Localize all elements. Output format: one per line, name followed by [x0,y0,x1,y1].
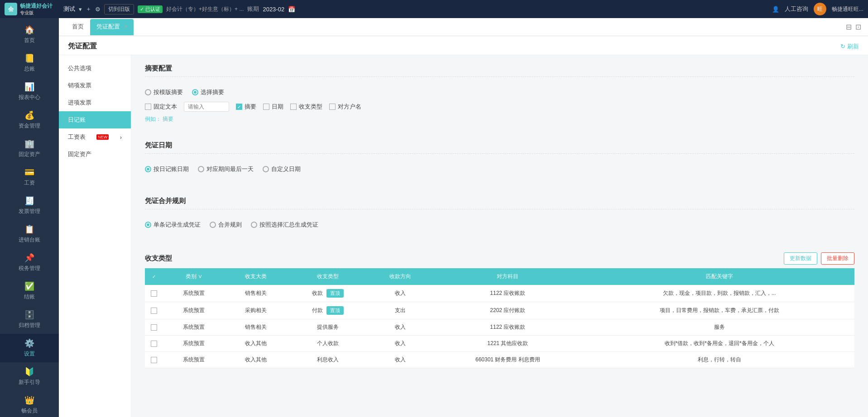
left-nav-sales-invoice[interactable]: 销项发票 [59,77,131,94]
sidebar-label-archive: 归档管理 [19,322,40,329]
sidebar-item-settlement[interactable]: ✅ 结账 [0,277,59,305]
sidebar-item-member[interactable]: 👑 畅会员 [0,391,59,417]
radio-single-record[interactable]: 单条记录生成凭证 [145,221,201,229]
radio-last-day[interactable]: 对应期间最后一天 [198,165,254,173]
th-type: 收支类型 [287,268,369,285]
select-all-checkbox[interactable]: ✓ [151,274,157,280]
batch-delete-button[interactable]: 批量删除 [821,252,854,265]
row1-checkbox[interactable] [151,290,157,297]
minimize-button[interactable]: ⊟ [846,23,852,31]
left-nav-fixed-assets[interactable]: 固定资产 [59,146,131,163]
row3-direction: 收入 [369,319,431,336]
sidebar-item-home[interactable]: 🏠 首页 [0,20,59,49]
row1-account: 1122 应收账款 [431,285,584,302]
checkbox-counterparty[interactable]: 对方户名 [329,103,361,111]
checkbox-date[interactable]: 日期 [263,103,283,111]
radio-circle-total [251,222,257,228]
sidebar-item-reports[interactable]: 📊 报表中心 [0,77,59,106]
switch-version-button[interactable]: 切到旧版 [104,4,134,14]
sidebar-item-guide[interactable]: 🔰 新手引导 [0,362,59,391]
checkbox-type[interactable]: 收支类型 [290,103,322,111]
left-nav-journal[interactable]: 日记账 [59,111,131,128]
sidebar-item-funds[interactable]: 💰 资金管理 [0,106,59,134]
dropdown-icon[interactable]: ▾ [79,6,82,13]
company-name: 测试 [63,5,75,13]
help-text[interactable]: 人工咨询 [785,5,808,13]
row4-checkbox[interactable] [151,341,157,347]
tab-close-icon[interactable]: × [124,23,128,30]
page-header: 凭证配置 ↻ 刷新 [59,36,868,55]
table-row: 系统预置 销售相关 提供服务 收入 1122 应收账款 服务 [145,319,854,336]
fixed-assets-icon: 🏢 [24,139,34,149]
sidebar-item-settings[interactable]: ⚙️ 设置 [0,334,59,362]
sidebar-item-ledger[interactable]: 📒 总账 [0,49,59,77]
row3-check[interactable] [145,319,163,336]
maximize-button[interactable]: ⊡ [855,23,861,31]
row5-type: 利息收入 [287,352,369,368]
radio-custom-date[interactable]: 自定义日期 [263,165,301,173]
row3-category: 系统预置 [163,319,225,336]
row5-account: 660301 财务费用 利息费用 [431,352,584,368]
left-nav-payroll[interactable]: 工资表 NEW › [59,128,131,146]
date-section: 凭证日期 按日记账日期 对应期间最后一天 [145,141,854,183]
checkbox-box-fixed [145,104,151,110]
th-checkbox[interactable]: ✓ [145,268,163,285]
left-nav-public[interactable]: 公共选项 [59,60,131,77]
radio-journal-date[interactable]: 按日记账日期 [145,165,189,173]
sidebar-item-tax[interactable]: 📌 税务管理 [0,248,59,277]
fixed-text-input[interactable] [184,102,229,112]
sidebar-label-purchase-sales: 进销台账 [19,236,40,244]
row1-check[interactable] [145,285,163,302]
radio-circle-template [145,89,151,95]
row4-account: 1221 其他应收款 [431,336,584,352]
sidebar-item-payroll[interactable]: 💳 工资 [0,163,59,191]
topbar-center: 测试 ▾ ＋ ⚙ 切到旧版 ✓ 已认证 好会计（专）+好生意（标）+ ... 账… [59,4,772,14]
row2-checkbox[interactable] [151,308,157,314]
merge-section: 凭证合并规则 单条记录生成凭证 合并规则 [145,197,854,239]
checkbox-summary[interactable]: ✓ 摘要 [236,103,256,111]
radio-select-summary[interactable]: 选择摘要 [192,88,224,96]
refresh-button[interactable]: ↻ 刷新 [840,43,859,51]
row5-keywords: 利息，行转，转自 [584,352,854,368]
reports-icon: 📊 [24,82,34,92]
row5-checkbox[interactable] [151,357,157,363]
left-nav-purchase-invoice[interactable]: 进项发票 [59,94,131,111]
calendar-icon[interactable]: 📅 [288,6,295,13]
table-header: ✓ 类别 ∨ 收支大类 收支类型 收款方向 对方科目 匹配关键字 [145,268,854,285]
row2-top-button[interactable]: 置顶 [326,306,344,315]
settlement-icon: ✅ [24,281,34,291]
radio-merge-rule[interactable]: 合并规则 [210,221,242,229]
row1-top-button[interactable]: 置顶 [326,289,344,298]
summary-section: 摘要配置 按模版摘要 选择摘要 [145,64,854,128]
row2-check[interactable] [145,302,163,319]
radio-total-generate[interactable]: 按照选择汇总生成凭证 [251,221,318,229]
row3-account: 1122 应收账款 [431,319,584,336]
row4-keywords: 收到*借款，收到*备用金，退回*备用金，个人 [584,336,854,352]
avatar[interactable]: 旺 [814,3,826,15]
sidebar-label-payroll: 工资 [24,179,35,187]
update-data-button[interactable]: 更新数据 [784,252,817,265]
tab-voucher-config[interactable]: 凭证配置 × [90,19,134,35]
settings-nav-icon: ⚙️ [24,338,34,348]
checkbox-box-summary: ✓ [236,104,242,110]
row4-check[interactable] [145,336,163,352]
add-icon[interactable]: ＋ [86,5,91,13]
row4-category: 系统预置 [163,336,225,352]
example-text: 例如： 摘要 [145,115,854,123]
settings-icon[interactable]: ⚙ [95,6,101,13]
radio-template-summary[interactable]: 按模版摘要 [145,88,183,96]
payroll-icon: 💳 [24,167,34,177]
sidebar-item-purchase-sales[interactable]: 📋 进销台账 [0,220,59,248]
row1-category: 系统预置 [163,285,225,302]
th-category: 类别 ∨ [163,268,225,285]
sidebar-item-archive[interactable]: 🗄️ 归档管理 [0,305,59,334]
archive-icon: 🗄️ [24,310,34,320]
sidebar-item-fixed-assets[interactable]: 🏢 固定资产 [0,134,59,163]
checkbox-fixed-text[interactable]: 固定文本 [145,103,177,111]
row5-check[interactable] [145,352,163,368]
tab-home[interactable]: 首页 [66,19,90,35]
summary-radio-group: 按模版摘要 选择摘要 [145,88,854,96]
table-row: 系统预置 收入其他 个人收款 收入 1221 其他应收款 收到*借款，收到*备用… [145,336,854,352]
row3-checkbox[interactable] [151,324,157,331]
sidebar-item-invoice[interactable]: 🧾 发票管理 [0,191,59,220]
